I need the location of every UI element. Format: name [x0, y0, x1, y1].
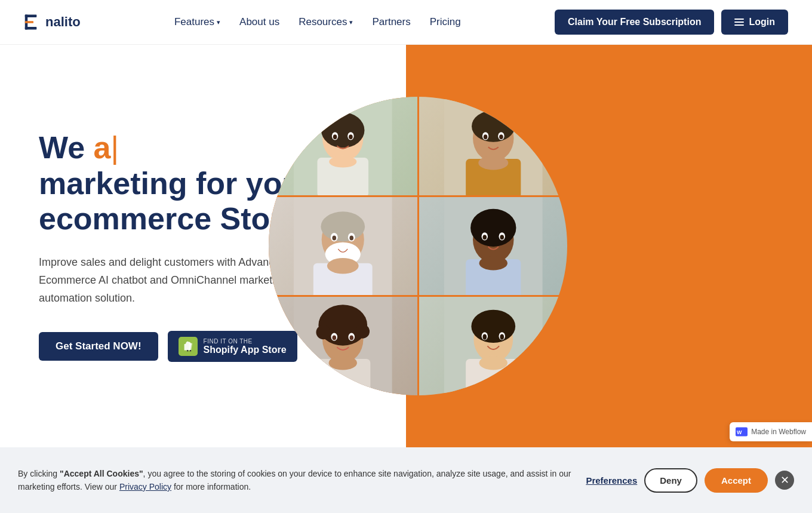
svg-point-15 [329, 156, 356, 168]
nav-item-pricing[interactable]: Pricing [430, 16, 461, 28]
svg-point-43 [479, 256, 507, 270]
claim-subscription-button[interactable]: Claim Your Free Subscription [555, 10, 714, 35]
svg-point-6 [189, 350, 190, 351]
webflow-icon: W [736, 426, 748, 438]
get-started-button[interactable]: Get Started NOW! [39, 332, 158, 361]
nav-item-resources[interactable]: Resources ▾ [299, 16, 353, 28]
chevron-down-icon: ▾ [349, 19, 353, 26]
svg-point-24 [478, 156, 508, 170]
webflow-badge: W Made in Webflow [730, 422, 812, 441]
svg-point-27 [321, 211, 365, 241]
person-photo-1 [269, 97, 417, 195]
svg-point-22 [499, 134, 503, 139]
hero-circle [269, 97, 567, 395]
svg-point-52 [349, 336, 353, 340]
svg-point-47 [316, 325, 330, 340]
svg-text:W: W [737, 429, 742, 435]
svg-point-60 [482, 334, 487, 340]
nav-item-about[interactable]: About us [239, 16, 279, 28]
menu-icon [734, 19, 744, 26]
svg-point-41 [500, 235, 504, 239]
webflow-label: Made in Webflow [751, 428, 806, 436]
nav-actions: Claim Your Free Subscription Login [555, 10, 788, 35]
svg-rect-1 [25, 15, 37, 17]
person-photo-2 [419, 97, 568, 195]
svg-point-51 [332, 336, 336, 340]
navbar: nalito Features ▾ About us Resources ▾ P… [0, 0, 812, 45]
shopify-icon [179, 337, 198, 356]
hero-circle-container [269, 97, 567, 395]
hero-cursor: | [110, 130, 119, 165]
svg-rect-2 [25, 21, 33, 23]
svg-point-30 [332, 235, 336, 240]
svg-point-31 [349, 235, 353, 240]
person-photo-4 [419, 197, 568, 296]
svg-point-5 [187, 350, 188, 351]
logo-text: nalito [45, 14, 81, 30]
svg-point-34 [327, 258, 359, 274]
hero-section: We a| marketing for your ecommerce Store… [0, 45, 812, 447]
svg-point-57 [471, 310, 515, 343]
svg-point-37 [470, 208, 516, 246]
login-button[interactable]: Login [721, 10, 788, 35]
logo-icon [24, 13, 43, 32]
svg-rect-3 [25, 27, 37, 29]
hero-image-area [406, 45, 812, 447]
svg-point-48 [355, 324, 370, 339]
person-photo-6 [419, 297, 568, 395]
nav-item-features[interactable]: Features ▾ [174, 16, 220, 28]
svg-point-21 [483, 134, 487, 139]
svg-point-63 [479, 356, 507, 370]
svg-point-13 [349, 134, 353, 139]
svg-point-40 [482, 235, 487, 239]
person-photo-3 [269, 197, 417, 296]
nav-links: Features ▾ About us Resources ▾ Partners… [174, 16, 461, 28]
hero-highlight: a [94, 130, 111, 165]
logo[interactable]: nalito [24, 13, 81, 32]
chevron-down-icon: ▾ [217, 19, 220, 26]
svg-point-54 [329, 356, 357, 370]
svg-point-12 [333, 134, 337, 139]
svg-point-61 [500, 334, 504, 340]
nav-item-partners[interactable]: Partners [372, 16, 410, 28]
svg-point-18 [472, 110, 515, 142]
person-photo-5 [269, 297, 417, 395]
svg-point-9 [321, 112, 364, 148]
